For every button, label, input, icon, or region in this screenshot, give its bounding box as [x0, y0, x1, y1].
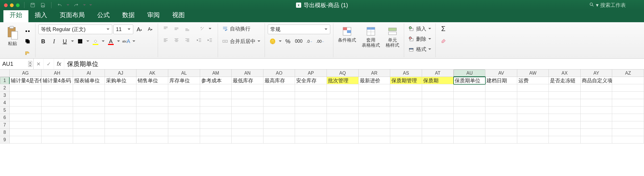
cell-AU4[interactable]	[454, 99, 485, 107]
cell-AK9[interactable]	[136, 136, 168, 144]
cell-AT3[interactable]	[422, 92, 454, 99]
cell-AO4[interactable]	[263, 99, 295, 107]
orientation-dropdown[interactable]	[208, 27, 212, 30]
cell-AQ3[interactable]	[327, 92, 359, 99]
cell-AZ4[interactable]	[612, 99, 644, 107]
cell-AI4[interactable]	[73, 99, 105, 107]
undo-dropdown[interactable]	[66, 3, 70, 7]
select-all-corner[interactable]	[0, 69, 10, 77]
cell-AO9[interactable]	[263, 136, 295, 144]
row-header-1[interactable]: 1	[0, 77, 10, 84]
col-header-AQ[interactable]: AQ	[327, 69, 359, 77]
cell-AM3[interactable]	[200, 92, 232, 99]
tab-view[interactable]: 视图	[166, 9, 191, 22]
paste-button[interactable]: 粘贴	[5, 24, 20, 47]
cell-AR5[interactable]	[359, 107, 390, 114]
cell-AH1[interactable]: 辅计量4条码	[41, 77, 73, 84]
cell-AK1[interactable]: 销售单位	[136, 77, 168, 84]
cell-AP4[interactable]	[295, 99, 327, 107]
borders-dropdown[interactable]	[86, 40, 90, 43]
fill-color-dropdown[interactable]	[101, 40, 105, 43]
cell-AX7[interactable]	[549, 121, 581, 129]
cell-AY9[interactable]	[581, 136, 612, 144]
cell-AI5[interactable]	[73, 107, 105, 114]
font-color-button[interactable]: A	[106, 37, 116, 46]
cell-AO7[interactable]	[263, 121, 295, 129]
percent-button[interactable]: %	[283, 37, 293, 46]
cell-AR3[interactable]	[359, 92, 390, 99]
fx-button[interactable]: fx	[54, 59, 64, 69]
col-header-AW[interactable]: AW	[517, 69, 549, 77]
cell-AM1[interactable]: 参考成本	[200, 77, 232, 84]
col-header-AM[interactable]: AM	[200, 69, 232, 77]
align-top-button[interactable]	[161, 24, 171, 33]
cut-button[interactable]	[23, 26, 32, 34]
format-painter-button[interactable]	[23, 48, 32, 57]
cell-AR8[interactable]	[359, 129, 390, 136]
cell-AS8[interactable]	[390, 129, 422, 136]
col-header-AV[interactable]: AV	[485, 69, 517, 77]
cell-AY3[interactable]	[581, 92, 612, 99]
cell-AR7[interactable]	[359, 121, 390, 129]
redo-icon[interactable]	[72, 1, 80, 9]
cell-AN6[interactable]	[232, 114, 263, 121]
cell-AU1[interactable]: 保质期单位	[454, 77, 485, 84]
col-header-AT[interactable]: AT	[422, 69, 454, 77]
cell-AQ1[interactable]: 批次管理	[327, 77, 359, 84]
tab-review[interactable]: 审阅	[141, 9, 166, 22]
cell-AI1[interactable]: 报表辅单位	[73, 77, 105, 84]
col-header-AL[interactable]: AL	[168, 69, 200, 77]
cell-AV8[interactable]	[485, 129, 517, 136]
cell-AI6[interactable]	[73, 114, 105, 121]
col-header-AN[interactable]: AN	[232, 69, 263, 77]
cell-AK7[interactable]	[136, 121, 168, 129]
cell-AP1[interactable]: 安全库存	[295, 77, 327, 84]
cell-AX4[interactable]	[549, 99, 581, 107]
cell-AN5[interactable]	[232, 107, 263, 114]
cell-AT4[interactable]	[422, 99, 454, 107]
cell-AQ4[interactable]	[327, 99, 359, 107]
search-input[interactable]	[600, 2, 640, 8]
cell-AN2[interactable]	[232, 84, 263, 92]
format-cells-button[interactable]: 格式	[407, 45, 433, 54]
cell-AP8[interactable]	[295, 129, 327, 136]
font-size-select[interactable]: 11	[113, 24, 133, 34]
col-header-AU[interactable]: AU	[454, 69, 485, 77]
cell-AG1[interactable]: 辅计量4是否包装单位	[10, 77, 41, 84]
underline-dropdown[interactable]	[71, 40, 74, 43]
cell-AL5[interactable]	[168, 107, 200, 114]
cell-AG6[interactable]	[10, 114, 41, 121]
cell-AL1[interactable]: 库存单位	[168, 77, 200, 84]
cell-AS4[interactable]	[390, 99, 422, 107]
cell-AH2[interactable]	[41, 84, 73, 92]
cell-AG3[interactable]	[10, 92, 41, 99]
cell-AV3[interactable]	[485, 92, 517, 99]
cell-AJ5[interactable]	[105, 107, 137, 114]
cell-AP6[interactable]	[295, 114, 327, 121]
cell-AU7[interactable]	[454, 121, 485, 129]
cell-AU6[interactable]	[454, 114, 485, 121]
row-header-6[interactable]: 6	[0, 114, 10, 121]
font-name-select[interactable]: 等线 Regular (正文)	[38, 24, 112, 34]
cell-AK2[interactable]	[136, 84, 168, 92]
cell-AW6[interactable]	[517, 114, 549, 121]
cell-AK4[interactable]	[136, 99, 168, 107]
cell-AN3[interactable]	[232, 92, 263, 99]
cell-AY2[interactable]	[581, 84, 612, 92]
merge-center-button[interactable]: 合并后居中	[221, 37, 262, 46]
cell-AS5[interactable]	[390, 107, 422, 114]
autosum-button[interactable]: Σ	[439, 24, 448, 33]
qat-customize[interactable]	[89, 3, 92, 7]
underline-button[interactable]: U	[60, 37, 70, 46]
table-format-button[interactable]: 套用 表格格式	[360, 24, 382, 49]
cell-AR2[interactable]	[359, 84, 390, 92]
redo-dropdown[interactable]	[83, 3, 86, 7]
col-header-AY[interactable]: AY	[581, 69, 612, 77]
cell-AU5[interactable]	[454, 107, 485, 114]
decrease-font-button[interactable]: A▾	[145, 25, 155, 34]
cell-AU8[interactable]	[454, 129, 485, 136]
cell-AG5[interactable]	[10, 107, 41, 114]
cell-AX3[interactable]	[549, 92, 581, 99]
col-header-AZ[interactable]: AZ	[612, 69, 644, 77]
cell-styles-button[interactable]: 单元 格样式	[384, 24, 401, 49]
